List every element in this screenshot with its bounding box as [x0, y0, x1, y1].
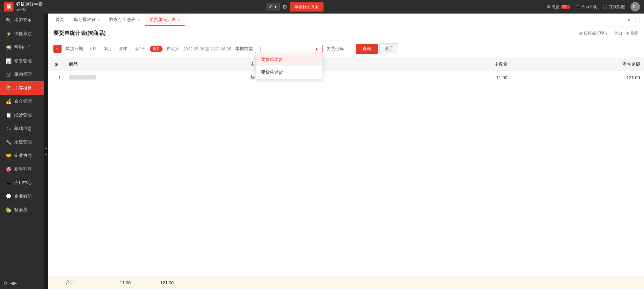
row-num: 1 [48, 71, 65, 84]
tab-inventory-batch-close[interactable]: × [98, 18, 100, 22]
page-actions: 🖨 按模板打印 ▾ ↑ 导出 ↺ 刷新 [578, 30, 639, 36]
tab-inventory-batch[interactable]: 库存批次账 × [69, 14, 104, 26]
sidebar-label-quick-nav: 快捷导航 [14, 31, 32, 37]
sidebar-item-enterprise[interactable]: 🤝 企业协同 [0, 149, 44, 162]
clipboard-icon: 📋 [5, 112, 11, 118]
footer-label: 合计 [52, 280, 120, 286]
sidebar-item-finance[interactable]: 💰 资金管理 [0, 95, 44, 108]
wechat-icon: 💬 [5, 193, 11, 199]
table-footer: 合计 11.00 121.00 [48, 276, 644, 289]
page-header: 要货单统计表(按商品) 🖨 按模板打印 ▾ ↑ 导出 ↺ 刷新 [48, 26, 644, 40]
tabs-bar: 首页 库存批次账 × 收发存汇总表 × 要货单统计表 × ✕ ⛶ [48, 14, 644, 26]
online-service-button[interactable]: 🎧 在线客服 [602, 4, 625, 10]
sidebar-item-basic-info[interactable]: 🗂 基础信息 [0, 122, 44, 135]
sidebar-bottom: ⚙ ◀▶ [0, 277, 44, 289]
sidebar-item-member[interactable]: 👑 畅会员 [0, 203, 44, 217]
app-sub: 标准版 [16, 7, 43, 12]
megaphone-icon: 📢 [5, 44, 11, 50]
target-icon: 🎯 [5, 166, 11, 172]
settings-icon[interactable]: ⚙ [282, 4, 287, 10]
sidebar-settings-icon[interactable]: ⚙ [3, 281, 7, 286]
date-btn-last-7-days[interactable]: 近7天 [132, 45, 148, 53]
filter-expand-button[interactable]: » [53, 45, 62, 53]
dropdown-item-order-return[interactable]: 要货单退货 [256, 66, 323, 79]
sidebar: 🔍 搜索菜单 ⚡ 快捷导航 📢 营销推广 📊 销售管理 🛒 采购管理 📦 库存核… [0, 14, 44, 289]
tab-receive-summary[interactable]: 收发存汇总表 × [104, 14, 144, 26]
date-btn-more[interactable]: 更多 [150, 46, 163, 52]
sidebar-item-search[interactable]: 🔍 搜索菜单 [0, 14, 44, 27]
query-button[interactable]: 查询 [356, 44, 378, 54]
export-label: 导出 [614, 30, 622, 36]
row-quantity: 11.00 [402, 71, 511, 84]
tab-close-all-button[interactable]: ✕ [626, 17, 633, 23]
sidebar-label-marketing: 营销推广 [14, 44, 32, 50]
table-header-row: ⚙ 商品 主计量单位 主数量 零售金额 [48, 58, 644, 71]
date-btn-this-year[interactable]: 本年 [116, 45, 130, 53]
product-name-blurred [69, 75, 96, 80]
sidebar-item-operations[interactable]: 📋 经营管理 [0, 108, 44, 122]
col-product-header: 商品 [65, 58, 246, 71]
tab-home-label: 首页 [55, 17, 64, 23]
date-btn-custom[interactable]: 自定义 [164, 45, 182, 53]
sidebar-item-guide[interactable]: 🎯 新手引导 [0, 162, 44, 176]
doc-type-clear-icon[interactable]: | [260, 46, 261, 51]
box-icon: 📦 [5, 85, 11, 91]
sidebar-label-basic-info: 基础信息 [14, 126, 32, 132]
sidebar-label-inventory: 库存核算 [14, 85, 32, 91]
tab-receive-summary-close[interactable]: × [138, 18, 140, 22]
money-icon: 💰 [5, 98, 11, 105]
date-range-buttons: 上月 本月 本年 近7天 更多 自定义 [85, 45, 182, 53]
tab-order-stats-close[interactable]: × [178, 18, 180, 22]
sidebar-item-inventory[interactable]: 📦 库存核算 [0, 81, 44, 95]
doc-type-chevron-icon[interactable]: ▲ [314, 46, 319, 51]
setting-button[interactable]: 设置 [379, 43, 398, 54]
sidebar-collapse-icon[interactable]: ◀▶ [10, 281, 17, 286]
tab-expand-icon[interactable]: ⛶ [634, 17, 641, 23]
date-btn-this-month[interactable]: 本月 [101, 45, 115, 53]
online-service-label: 在线客服 [609, 4, 625, 10]
headset-icon: 🎧 [602, 4, 607, 9]
sidebar-item-system[interactable]: 🔧 系统管理 [0, 135, 44, 149]
messages-button[interactable]: ✉ 消息 99+ [547, 4, 570, 10]
doc-type-group: 单据类型 | ▲ 要货单要货 要货单退货 [235, 45, 323, 53]
message-icon: ✉ [547, 4, 550, 9]
sidebar-item-wechat[interactable]: 💬 企业微信 [0, 190, 44, 203]
settings-col-icon[interactable]: ⚙ [54, 62, 58, 67]
avatar[interactable]: Rit [630, 2, 640, 12]
table-row: 1 块 11.00 121.00 [48, 71, 644, 84]
trial-button[interactable]: 体验行业方案 [290, 2, 324, 12]
footer-quantity: 11.00 [120, 280, 160, 285]
date-display: 2023-05-06 至 2023-06-06 [184, 46, 231, 52]
tab-home[interactable]: 首页 [51, 14, 69, 26]
mobile-icon: 📱 [5, 180, 11, 186]
sidebar-item-purchase[interactable]: 🛒 采购管理 [0, 68, 44, 81]
print-label: 按模板打印 [584, 30, 604, 36]
dropdown-item-order-goods[interactable]: 要货单要货 [256, 53, 323, 66]
folder-icon: 🗂 [5, 126, 11, 132]
store-name: 41 [269, 4, 273, 9]
footer-amount: 121.00 [160, 280, 201, 285]
col-quantity-header: 主数量 [402, 58, 511, 71]
tab-order-stats[interactable]: 要货单统计表 × [145, 14, 185, 26]
header-center: 41 ▾ ⚙ 体验行业方案 [266, 2, 324, 12]
warehouse-more-icon[interactable]: … [346, 46, 352, 52]
top-header: 畅 畅捷通好生意 标准版 41 ▾ ⚙ 体验行业方案 ✉ 消息 99+ 📱 Ap… [0, 0, 644, 14]
export-button[interactable]: ↑ 导出 [611, 30, 622, 36]
chart-icon: 📊 [5, 58, 11, 64]
phone-icon: 📱 [575, 4, 580, 9]
date-btn-last-month[interactable]: 上月 [85, 45, 99, 53]
sidebar-item-marketing[interactable]: 📢 营销推广 [0, 41, 44, 54]
app-name: 畅捷通好生意 [16, 1, 43, 7]
refresh-button[interactable]: ↺ 刷新 [626, 30, 639, 36]
app-name-block: 畅捷通好生意 标准版 [16, 1, 43, 12]
store-selector[interactable]: 41 ▾ [266, 3, 280, 10]
print-button[interactable]: 🖨 按模板打印 ▾ [578, 30, 607, 36]
sidebar-item-quick-nav[interactable]: ⚡ 快捷导航 [0, 27, 44, 41]
col-amount-header: 零售金额 [511, 58, 644, 71]
sidebar-label-purchase: 采购管理 [14, 71, 32, 77]
sidebar-item-app-center[interactable]: 📱 应用中心 [0, 176, 44, 190]
sidebar-item-sales[interactable]: 📊 销售管理 [0, 54, 44, 68]
doc-type-select[interactable]: | ▲ 要货单要货 要货单退货 [255, 45, 323, 53]
app-download-button[interactable]: 📱 App下载 [575, 4, 597, 10]
printer-icon: 🖨 [578, 31, 582, 36]
